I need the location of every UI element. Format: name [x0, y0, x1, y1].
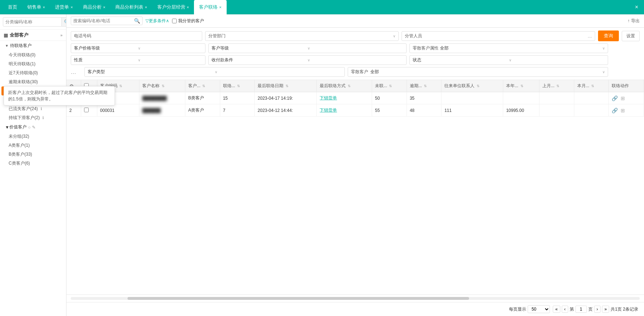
sidebar-collapse-btn[interactable]: » [60, 33, 62, 37]
col-last-contact-method[interactable]: 最后联络方式 ⇅ [317, 80, 372, 92]
sidebar-item-a-class[interactable]: A类客户(1) [0, 141, 66, 150]
row2-checkbox [81, 104, 97, 117]
row2-select-checkbox[interactable] [84, 108, 89, 112]
sort-icon-method: ⇅ [348, 84, 351, 88]
gender-select[interactable]: 性质 ∨ [71, 55, 205, 65]
retail-attr-field[interactable]: 零散客户属性 全部 ∨ [409, 43, 608, 53]
prev-page-btn[interactable]: ‹ [562, 306, 568, 313]
nav-product-analysis[interactable]: 商品分析 × [78, 0, 110, 14]
page-size-wrap: 每页显示 50 [509, 305, 550, 313]
nav-customer-contact-close[interactable]: × [219, 5, 221, 9]
payment-arrow: ∨ [307, 58, 403, 62]
edit-pencil-icon[interactable]: ✎ [32, 125, 36, 130]
all-customers-title[interactable]: ▦ 全部客户 » [0, 30, 66, 41]
setting-button[interactable]: 设置 [622, 31, 640, 41]
window-close[interactable]: × [632, 4, 641, 10]
sidebar-group-waiting[interactable]: ▼ 待联络客户 [0, 41, 66, 51]
col-uncontacted[interactable]: 未联... ⇅ [372, 80, 407, 92]
last-page-btn[interactable]: » [602, 306, 610, 313]
col-last-month[interactable]: 上月... ⇅ [539, 80, 574, 92]
nav-sales[interactable]: 销售单 × [22, 0, 50, 14]
row2-overdue: 48 [407, 104, 441, 117]
payment-select[interactable]: 收付款条件 ∨ [208, 55, 407, 65]
sort-icon-lastmonth: ⇅ [556, 84, 559, 88]
sidebar-item-declining[interactable]: 持续下滑客户(2) ℹ [0, 113, 66, 122]
scroll-thumb[interactable] [128, 297, 469, 300]
row2-num: 2 [66, 104, 81, 117]
nav-product-analysis-list[interactable]: 商品分析列表 × [110, 0, 152, 14]
sidebar-item-b-class[interactable]: B类客户(33) [0, 150, 66, 159]
query-button[interactable]: 查询 [598, 30, 619, 41]
col-overdue[interactable]: 逾期... ⇅ [407, 80, 441, 92]
row4-ellipsis[interactable]: ... [71, 68, 82, 76]
page-number-input[interactable] [575, 306, 587, 313]
retail-customer-field[interactable]: 零散客户 全部 ∨ [348, 67, 608, 77]
row2-last-month [539, 104, 574, 117]
tooltip-box: 距客户上次交易时长，超过了此客户的平均交易周期的1.5倍，则视为异常。 [4, 86, 66, 105]
nav-customer-segment-close[interactable]: × [187, 5, 189, 9]
more-conditions-btn[interactable]: ▽ 更多条件 ∧ [145, 18, 169, 24]
main-search-input[interactable] [73, 18, 134, 23]
row1-last-method[interactable]: 下销货单 [317, 92, 372, 104]
row2-last-method[interactable]: 下销货单 [317, 104, 372, 117]
sidebar-item-churned[interactable]: 已流失客户(24) ℹ [0, 104, 66, 113]
row2-grid-icon[interactable]: ⊞ [621, 108, 625, 113]
dept-field[interactable]: 分管部门 ∨ [205, 31, 399, 41]
status-select[interactable]: 状态 ∨ [409, 55, 608, 65]
nav-customer-contact[interactable]: 客户联络 × [194, 0, 226, 14]
col-this-month[interactable]: 本月... ⇅ [574, 80, 609, 92]
row2-name[interactable]: ██████ [139, 104, 185, 117]
row1-actions: 🔗 ⊞ [609, 92, 644, 104]
sidebar-item-unclassified[interactable]: 未分组(32) [0, 132, 66, 141]
my-customer-checkbox-wrap[interactable]: 我分管的客户 [172, 18, 204, 24]
row1-name[interactable]: ████████ [139, 92, 185, 104]
col-this-year[interactable]: 本年... ⇅ [503, 80, 539, 92]
col-customer-name[interactable]: 客户名称 ⇅ [139, 80, 185, 92]
customer-level-select[interactable]: 客户等级 ∨ [208, 43, 407, 53]
sidebar-item-today-contact[interactable]: 今天待联络(0) [0, 51, 66, 60]
page-size-select[interactable]: 50 [528, 305, 550, 313]
row1-method-link[interactable]: 下销货单 [320, 95, 337, 100]
category-search-button[interactable]: 🔍 [62, 17, 66, 27]
nav-product-analysis-close[interactable]: × [103, 5, 105, 9]
next-page-btn[interactable]: › [594, 306, 601, 313]
nav-product-list-close[interactable]: × [145, 5, 147, 9]
col-customer-type[interactable]: 客户... ⇅ [185, 80, 220, 92]
sidebar-item-tomorrow-contact[interactable]: 明天待联络(1) [0, 60, 66, 69]
ellipsis-icon-manager[interactable]: ... [588, 33, 592, 39]
edit-icon[interactable]: ○ [28, 125, 31, 130]
row2-method-link[interactable]: 下销货单 [320, 108, 337, 113]
customer-table-wrap: ⚙ 客户编码 ⇅ 客户名称 ⇅ [66, 80, 644, 294]
sidebar-item-c-class[interactable]: C类客户(6) [0, 159, 66, 168]
nav-purchase-close[interactable]: × [70, 5, 73, 9]
chevron-down-icon: ▼ [5, 44, 9, 48]
sort-icon-date: ⇅ [286, 84, 288, 88]
row1-grid-icon[interactable]: ⊞ [621, 95, 625, 101]
row2-last-date: 2023-04-12 14:44: [255, 104, 317, 117]
export-button[interactable]: ↑ 导出 [627, 18, 640, 24]
phone-field[interactable]: 电话号码 [71, 31, 202, 41]
manager-field[interactable]: 分管人员 ... [402, 31, 595, 41]
sidebar-item-overdue-contact[interactable]: 逾期未联络(30) [0, 77, 66, 86]
col-last-contact-date[interactable]: 最后联络日期 ⇅ [255, 80, 317, 92]
category-search-input[interactable] [3, 17, 62, 27]
customer-type-select[interactable]: 客户类型 ∨ [84, 67, 345, 77]
my-customer-checkbox[interactable] [172, 19, 177, 23]
content-area: 🔍 ▽ 更多条件 ∧ 我分管的客户 ↑ 导出 电话号码 [66, 14, 644, 316]
col-company-contact[interactable]: 往来单位联系人 ⇅ [441, 80, 503, 92]
nav-purchase[interactable]: 进货单 × [50, 0, 78, 14]
sidebar-value-customer-title: ▼ 价值客户 ○ ✎ [0, 122, 66, 132]
main-search-icon[interactable]: 🔍 [134, 18, 140, 24]
sidebar-item-7day-contact[interactable]: 近7天待联络(0) [0, 69, 66, 77]
first-page-btn[interactable]: « [553, 306, 560, 313]
row2-code: 000031 [97, 104, 139, 117]
row2-link-icon[interactable]: 🔗 [612, 108, 618, 113]
nav-customer-segment[interactable]: 客户分层经营 × [152, 0, 194, 14]
nav-home[interactable]: 首页 [3, 0, 22, 14]
row1-link-icon[interactable]: 🔗 [612, 95, 618, 101]
horizontal-scrollbar[interactable] [66, 294, 644, 302]
col-actions: 联络动作 [609, 80, 644, 92]
col-contact-count[interactable]: 联络... ⇅ [220, 80, 255, 92]
price-level-select[interactable]: 客户价格等级 ∨ [71, 43, 205, 53]
nav-sales-close[interactable]: × [43, 5, 45, 9]
